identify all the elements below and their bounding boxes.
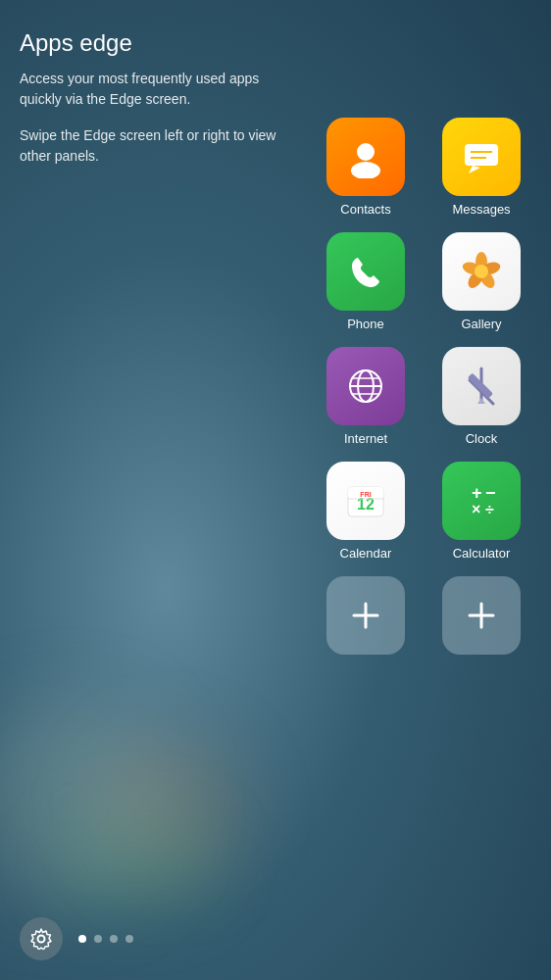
app-calculator[interactable]: + − × ÷ Calculator bbox=[431, 462, 531, 561]
clock-icon bbox=[442, 347, 521, 425]
app-internet[interactable]: Internet bbox=[316, 347, 416, 446]
description-2: Swipe the Edge screen left or right to v… bbox=[20, 125, 294, 167]
messages-icon bbox=[442, 118, 521, 196]
calculator-icon: + − × ÷ bbox=[442, 462, 521, 540]
dot-4 bbox=[125, 935, 133, 943]
app-gallery[interactable]: Gallery bbox=[431, 232, 531, 331]
app-phone[interactable]: Phone bbox=[316, 232, 416, 331]
add-slot-2[interactable] bbox=[431, 576, 531, 661]
svg-marker-20 bbox=[477, 398, 485, 404]
calendar-icon: 12 FRI bbox=[326, 462, 405, 540]
phone-label: Phone bbox=[347, 317, 384, 331]
app-clock[interactable]: Clock bbox=[431, 347, 531, 446]
messages-label: Messages bbox=[452, 202, 510, 217]
phone-icon bbox=[326, 232, 405, 311]
svg-text:×: × bbox=[472, 501, 480, 517]
calendar-label: Calendar bbox=[340, 546, 392, 561]
svg-point-0 bbox=[357, 143, 375, 161]
clock-label: Clock bbox=[466, 431, 498, 446]
bottom-bar bbox=[0, 917, 551, 960]
description-1: Access your most frequently used apps qu… bbox=[20, 69, 294, 110]
add-slot-1[interactable] bbox=[316, 576, 416, 661]
svg-point-1 bbox=[351, 162, 380, 178]
calculator-label: Calculator bbox=[453, 546, 511, 561]
settings-button[interactable] bbox=[20, 917, 63, 960]
svg-text:−: − bbox=[485, 483, 496, 503]
page-title: Apps edge bbox=[20, 29, 294, 57]
svg-text:FRI: FRI bbox=[360, 491, 371, 498]
apps-grid: Contacts Messages Phone bbox=[316, 118, 531, 661]
add-icon-1 bbox=[326, 576, 405, 655]
svg-rect-2 bbox=[465, 144, 498, 166]
app-contacts[interactable]: Contacts bbox=[316, 118, 416, 217]
app-calendar[interactable]: 12 FRI Calendar bbox=[316, 462, 416, 561]
internet-icon bbox=[326, 347, 405, 425]
add-icon-2 bbox=[442, 576, 521, 655]
contacts-icon bbox=[326, 118, 405, 196]
svg-text:+: + bbox=[472, 483, 482, 503]
left-panel: Apps edge Access your most frequently us… bbox=[20, 29, 294, 182]
app-messages[interactable]: Messages bbox=[431, 118, 531, 217]
svg-marker-3 bbox=[469, 166, 480, 173]
gallery-label: Gallery bbox=[461, 317, 501, 331]
gallery-icon bbox=[442, 232, 521, 311]
svg-point-35 bbox=[38, 936, 45, 943]
svg-point-11 bbox=[475, 265, 488, 278]
internet-label: Internet bbox=[344, 431, 387, 446]
gear-icon bbox=[30, 928, 52, 950]
dot-1 bbox=[78, 935, 86, 943]
dot-3 bbox=[110, 935, 118, 943]
contacts-label: Contacts bbox=[340, 202, 390, 217]
svg-text:÷: ÷ bbox=[485, 501, 494, 517]
page-dots bbox=[78, 935, 133, 943]
dot-2 bbox=[94, 935, 102, 943]
